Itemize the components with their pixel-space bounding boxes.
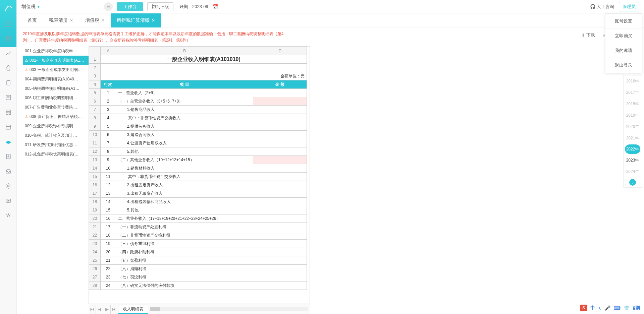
form-item-4[interactable]: 005-纳税调整项目明细表(A1…: [23, 84, 89, 93]
export-icon[interactable]: [5, 153, 12, 160]
form-item-0[interactable]: 001-企业所得税年度纳税申…: [23, 46, 89, 56]
year-2021年[interactable]: 2021年: [624, 132, 642, 144]
year-rail: 2016年2017年2018年2019年2020年2021年2022年2023年…: [623, 75, 642, 188]
amount-cell[interactable]: [253, 198, 307, 206]
close-icon[interactable]: ✕: [152, 18, 155, 23]
year-2020年[interactable]: 2020年: [624, 121, 642, 132]
amount-cell[interactable]: [253, 164, 307, 173]
sheet-first-icon[interactable]: ⏮: [89, 305, 96, 314]
ime-mic-icon[interactable]: 🎤: [605, 305, 610, 311]
form-icon[interactable]: [5, 94, 12, 101]
amount-cell[interactable]: [253, 240, 307, 248]
form-item-6[interactable]: 007-广告费和业务宣传费跨…: [23, 103, 89, 112]
amount-cell[interactable]: [253, 97, 307, 106]
consult-button[interactable]: 🎧 人工咨询: [590, 4, 614, 10]
amount-cell[interactable]: [253, 248, 307, 256]
year-2022年[interactable]: 2022年: [625, 144, 640, 154]
tab-1[interactable]: 税表清册✕: [43, 13, 79, 27]
user-menu-item-3[interactable]: 退出登录: [605, 58, 642, 73]
ime-skin-icon[interactable]: 👕: [624, 305, 630, 311]
year-2017年[interactable]: 2017年: [624, 87, 642, 98]
user-menu-item-1[interactable]: 立即购买: [605, 28, 642, 43]
amount-cell[interactable]: [253, 223, 307, 231]
calendar-icon[interactable]: [5, 123, 12, 131]
amount-cell[interactable]: [253, 131, 307, 139]
amount-cell[interactable]: [253, 156, 307, 164]
amount-cell[interactable]: [253, 189, 307, 198]
form-item-9[interactable]: 010-免税、减计收入及加计…: [23, 131, 89, 140]
chart-icon[interactable]: [5, 50, 12, 57]
amount-cell[interactable]: [253, 106, 307, 114]
svg-rect-4: [6, 112, 8, 115]
ime-tool-icon[interactable]: �἞: [633, 305, 640, 311]
sheet-prev-icon[interactable]: ◀: [96, 305, 103, 314]
template-icon[interactable]: [5, 109, 12, 116]
amount-cell[interactable]: [253, 173, 307, 181]
h-scrollbar[interactable]: [150, 307, 308, 311]
amount-cell[interactable]: [253, 214, 307, 223]
switch-old-button[interactable]: 切到旧版: [147, 2, 173, 11]
year-2019年[interactable]: 2019年: [624, 110, 642, 121]
form-item-11[interactable]: 012-减免所得税优惠明细表(…: [23, 149, 89, 159]
warning-icon: ⚠: [25, 115, 28, 119]
form-item-1[interactable]: ⚠002-一般企业收入明细表(A1…: [23, 56, 89, 65]
amount-cell[interactable]: [253, 281, 307, 290]
form-item-8[interactable]: 009-企业所得税弥补亏损明…: [23, 121, 89, 131]
year-2024年[interactable]: 2024年: [624, 166, 642, 177]
download-button[interactable]: ⇩ 下载: [581, 32, 595, 38]
tab-0[interactable]: 首页: [21, 13, 43, 27]
form-item-2[interactable]: ⚠003-一般企业成本支出明细…: [23, 65, 89, 74]
tab-2[interactable]: 增值税✕: [79, 13, 111, 27]
year-2018年[interactable]: 2018年: [624, 98, 642, 110]
clipboard-icon[interactable]: [5, 79, 12, 86]
calendar-picker-icon[interactable]: 📅: [212, 4, 218, 9]
amount-cell[interactable]: [253, 181, 307, 189]
home-icon[interactable]: [5, 20, 12, 27]
amount-cell[interactable]: [253, 231, 307, 240]
sheet-area[interactable]: ABC1一般企业收入明细表(A101010)23金额单位：元4行次项 目金 额5…: [89, 46, 310, 304]
form-item-10[interactable]: 011-研发费用加计扣除优惠…: [23, 140, 89, 149]
svg-point-8: [7, 185, 9, 187]
amount-cell[interactable]: [253, 256, 307, 265]
amount-cell[interactable]: [253, 64, 307, 72]
user-menu-item-2[interactable]: 我的邀请: [605, 43, 642, 58]
year-2016年[interactable]: 2016年: [624, 75, 642, 87]
sheet-next-icon[interactable]: ▶: [103, 305, 111, 314]
tax-icon[interactable]: [5, 138, 12, 145]
amount-cell[interactable]: [253, 206, 307, 214]
vip-icon[interactable]: [5, 212, 12, 219]
year-2023年[interactable]: 2023年: [624, 154, 642, 166]
sheet-tab[interactable]: 收入明细表: [118, 305, 148, 314]
amount-cell[interactable]: [253, 147, 307, 156]
amount-cell[interactable]: [253, 139, 307, 147]
user-menu-item-0[interactable]: 账号设置: [605, 14, 642, 28]
form-item-3[interactable]: 004-期间费用明细表(A1040…: [23, 74, 89, 84]
video-icon[interactable]: [5, 197, 12, 204]
ime-logo-icon[interactable]: S: [580, 305, 587, 311]
year-more-icon[interactable]: ⌄: [629, 179, 636, 186]
form-item-5[interactable]: 006-职工薪酬纳税调整明细…: [23, 93, 89, 103]
amount-cell[interactable]: [253, 122, 307, 131]
ime-punct-icon[interactable]: •,: [598, 305, 601, 311]
close-icon[interactable]: ✕: [101, 18, 105, 23]
ime-keyboard-icon[interactable]: ⌨: [614, 305, 621, 311]
workbench-button[interactable]: 工作台: [117, 2, 143, 11]
list-toggle-button[interactable]: ☰: [104, 2, 113, 11]
form-item-7[interactable]: ⚠008-资产折旧、摊销及纳税…: [23, 112, 89, 121]
tab-3[interactable]: 所得税汇算清缴✕: [111, 13, 161, 27]
doc-icon[interactable]: [5, 35, 12, 42]
svg-rect-6: [6, 125, 10, 129]
settings-icon[interactable]: [5, 182, 12, 190]
amount-cell[interactable]: [253, 265, 307, 273]
amount-cell[interactable]: [253, 114, 307, 122]
period-value[interactable]: 2023-09: [192, 4, 208, 9]
inbox-icon[interactable]: [5, 168, 12, 175]
bag-icon[interactable]: [5, 64, 12, 72]
close-icon[interactable]: ✕: [70, 18, 73, 23]
amount-cell[interactable]: [253, 89, 307, 97]
breadcrumb[interactable]: 增值税 ▾: [21, 4, 40, 10]
sheet-last-icon[interactable]: ⏭: [111, 305, 118, 314]
admin-button[interactable]: 管理员: [619, 2, 639, 11]
ime-lang[interactable]: 中: [590, 305, 595, 311]
amount-cell[interactable]: [253, 273, 307, 281]
